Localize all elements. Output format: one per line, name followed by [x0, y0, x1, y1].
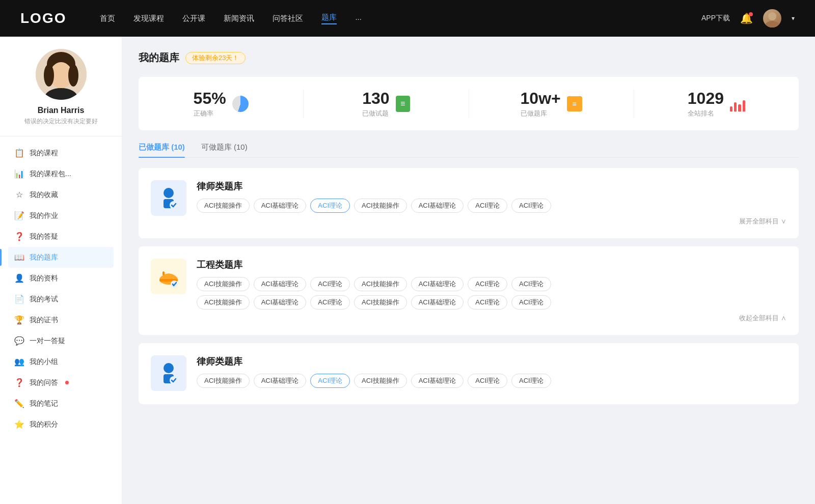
tag[interactable]: ACI理论 — [511, 374, 551, 388]
stat-accuracy-label: 正确率 — [194, 109, 226, 118]
tag[interactable]: ACI理论 — [511, 295, 551, 310]
tag[interactable]: ACI基础理论 — [411, 374, 464, 388]
sidebar-item-certificate[interactable]: 🏆 我的证书 — [8, 310, 114, 330]
sidebar-item-homework[interactable]: 📝 我的作业 — [8, 205, 114, 226]
svg-point-15 — [164, 363, 174, 373]
tag[interactable]: ACI基础理论 — [254, 277, 307, 291]
tag[interactable]: ACI技能操作 — [197, 277, 250, 291]
qbank-2-icon — [151, 259, 186, 294]
sidebar-item-favorites[interactable]: ☆ 我的收藏 — [8, 184, 114, 205]
page-title: 我的题库 — [139, 51, 179, 65]
notes-icon: ✏️ — [14, 399, 24, 408]
stat-banks-value: 10w+ — [521, 89, 561, 108]
nav-discover[interactable]: 发现课程 — [133, 14, 164, 23]
stat-rank: 1029 全站排名 — [634, 89, 799, 118]
tag[interactable]: ACI理论 — [468, 199, 507, 213]
tag[interactable]: ACI理论 — [468, 374, 507, 388]
qbank-3-icon — [151, 355, 186, 391]
sidebar-item-group[interactable]: 👥 我的小组 — [8, 351, 114, 372]
sidebar-item-my-qa[interactable]: ❓ 我的问答 — [8, 372, 114, 393]
svg-point-1 — [765, 21, 779, 27]
tag[interactable]: ACI理论 — [310, 277, 350, 291]
sidebar-item-qbank[interactable]: 📖 我的题库 — [8, 247, 114, 268]
tag[interactable]: ACI理论 — [511, 199, 551, 213]
stat-done-questions: 130 已做试题 ≡ — [304, 89, 469, 118]
sidebar-item-points[interactable]: ⭐ 我的积分 — [8, 414, 114, 435]
tag[interactable]: ACI技能操作 — [354, 277, 407, 291]
tag[interactable]: ACI技能操作 — [354, 295, 407, 310]
stat-banks-label: 已做题库 — [521, 109, 561, 118]
done-questions-icon: ≡ — [396, 96, 410, 112]
tabs: 已做题库 (10) 可做题库 (10) — [139, 143, 799, 158]
accuracy-pie-icon — [232, 96, 249, 112]
tag[interactable]: ACI技能操作 — [354, 374, 407, 388]
svg-point-5 — [44, 64, 54, 87]
stat-done-value: 130 — [362, 89, 389, 108]
qbank-2-title: 工程类题库 — [197, 259, 786, 271]
collapse-link-2[interactable]: 收起全部科目 ∧ — [197, 314, 786, 323]
my-qa-icon: ❓ — [14, 378, 24, 387]
tag[interactable]: ACI技能操作 — [197, 374, 250, 388]
notification-bell[interactable]: 🔔 — [740, 12, 753, 24]
tag-active[interactable]: ACI理论 — [310, 374, 350, 388]
svg-rect-13 — [162, 271, 165, 275]
page-header: 我的题库 体验剩余23天！ — [139, 51, 799, 65]
tag[interactable]: ACI基础理论 — [254, 295, 307, 310]
tag[interactable]: ACI理论 — [468, 277, 507, 291]
qbank-card-1: 律师类题库 ACI技能操作 ACI基础理论 ACI理论 ACI技能操作 ACI基… — [139, 168, 799, 238]
tag[interactable]: ACI理论 — [511, 277, 551, 291]
sidebar-menu: 📋 我的课程 📊 我的课程包... ☆ 我的收藏 📝 我的作业 ❓ 我的答疑 📖 — [0, 143, 122, 435]
sidebar-item-profile[interactable]: 👤 我的资料 — [8, 268, 114, 289]
tag[interactable]: ACI基础理论 — [254, 199, 307, 213]
sidebar-item-qa[interactable]: ❓ 我的答疑 — [8, 226, 114, 247]
tag[interactable]: ACI基础理论 — [411, 199, 464, 213]
tag[interactable]: ACI基础理论 — [254, 374, 307, 388]
svg-point-0 — [768, 12, 776, 20]
sidebar-item-notes[interactable]: ✏️ 我的笔记 — [8, 393, 114, 414]
qbank-icon: 📖 — [14, 253, 24, 262]
app-download-button[interactable]: APP下载 — [701, 14, 730, 23]
nav-qbank[interactable]: 题库 — [321, 13, 337, 24]
tag[interactable]: ACI技能操作 — [197, 295, 250, 310]
nav-news[interactable]: 新闻资讯 — [224, 14, 254, 23]
main-content: 我的题库 体验剩余23天！ 55% 正确率 130 已做试题 ≡ — [122, 37, 815, 504]
sidebar-item-course[interactable]: 📋 我的课程 — [8, 143, 114, 163]
sidebar-item-1on1[interactable]: 💬 一对一答疑 — [8, 330, 114, 351]
tag-active[interactable]: ACI理论 — [310, 199, 350, 213]
expand-link-1[interactable]: 展开全部科目 ∨ — [197, 217, 786, 226]
tag[interactable]: ACI基础理论 — [411, 295, 464, 310]
trial-badge: 体验剩余23天！ — [185, 52, 246, 64]
tab-available[interactable]: 可做题库 (10) — [201, 143, 248, 157]
tag[interactable]: ACI基础理论 — [411, 277, 464, 291]
qbank-card-2: 工程类题库 ACI技能操作 ACI基础理论 ACI理论 ACI技能操作 ACI基… — [139, 246, 799, 335]
sidebar: Brian Harris 错误的决定比没有决定要好 📋 我的课程 📊 我的课程包… — [0, 37, 122, 504]
sidebar-item-exam[interactable]: 📄 我的考试 — [8, 289, 114, 310]
user-dropdown-arrow[interactable]: ▾ — [792, 15, 795, 22]
sidebar-item-course-package[interactable]: 📊 我的课程包... — [8, 163, 114, 184]
nav-right: APP下载 🔔 ▾ — [701, 9, 795, 27]
nav-qa[interactable]: 问答社区 — [273, 14, 303, 23]
qbank-2-tags-row2: ACI技能操作 ACI基础理论 ACI理论 ACI技能操作 ACI基础理论 AC… — [197, 295, 786, 310]
tab-done[interactable]: 已做题库 (10) — [139, 143, 185, 157]
certificate-icon: 🏆 — [14, 315, 24, 325]
profile-motto: 错误的决定比没有决定要好 — [24, 117, 98, 126]
nav-open-course[interactable]: 公开课 — [182, 14, 205, 23]
course-package-icon: 📊 — [14, 169, 24, 179]
tag[interactable]: ACI技能操作 — [354, 199, 407, 213]
qbank-1-tags: ACI技能操作 ACI基础理论 ACI理论 ACI技能操作 ACI基础理论 AC… — [197, 199, 786, 213]
stat-accuracy: 55% 正确率 — [139, 89, 304, 118]
done-banks-icon: ≡ — [567, 96, 582, 111]
nav-home[interactable]: 首页 — [100, 14, 115, 23]
svg-point-8 — [164, 188, 174, 198]
logo[interactable]: LOGO — [20, 10, 66, 26]
group-icon: 👥 — [14, 357, 24, 367]
sidebar-profile: Brian Harris 错误的决定比没有决定要好 — [0, 49, 122, 136]
qa-badge-dot — [65, 381, 69, 384]
nav-more[interactable]: ··· — [355, 14, 362, 23]
user-avatar[interactable] — [763, 9, 781, 27]
tag[interactable]: ACI理论 — [468, 295, 507, 310]
tag[interactable]: ACI理论 — [310, 295, 350, 310]
tag[interactable]: ACI技能操作 — [197, 199, 250, 213]
qbank-1-icon — [151, 180, 186, 216]
1on1-icon: 💬 — [14, 336, 24, 346]
